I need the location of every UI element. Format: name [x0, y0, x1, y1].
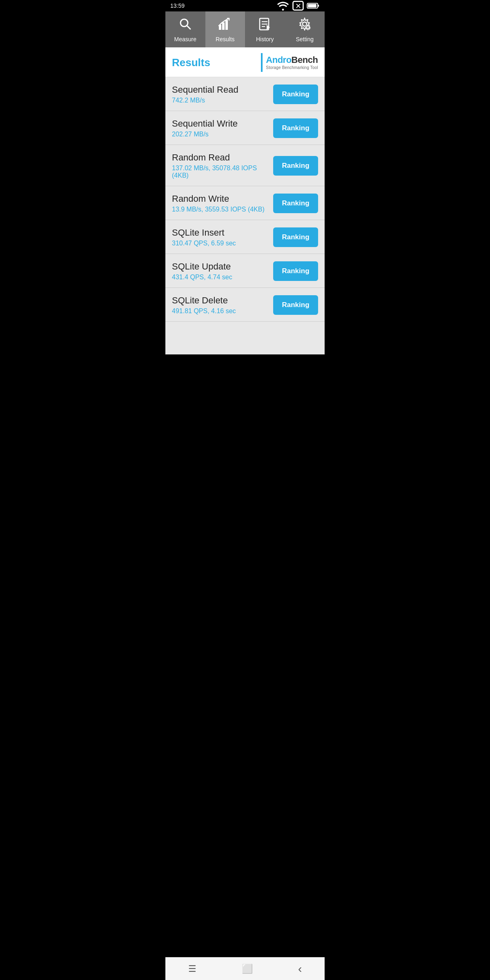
brand-logo: AndroBench Storage Benchmarking Tool — [261, 53, 318, 72]
tab-setting-label: Setting — [296, 36, 314, 42]
result-name: Sequential Read — [172, 85, 273, 95]
measure-icon — [178, 17, 193, 33]
result-name: Random Write — [172, 194, 273, 204]
tab-results-label: Results — [216, 36, 235, 42]
setting-icon — [297, 17, 312, 33]
result-row: SQLite Delete491.81 QPS, 4.16 secRanking — [165, 288, 325, 322]
results-icon — [218, 17, 232, 33]
result-info: SQLite Update431.4 QPS, 4.74 sec — [172, 261, 273, 281]
brand-prefix: Andro — [266, 55, 291, 65]
brand-suffix: Bench — [292, 55, 318, 65]
ranking-button[interactable]: Ranking — [273, 261, 318, 281]
result-info: Sequential Read742.2 MB/s — [172, 85, 273, 104]
svg-text:✕: ✕ — [295, 2, 301, 10]
brand-bar — [261, 53, 263, 72]
result-name: Sequential Write — [172, 118, 273, 129]
brand-name: AndroBench — [266, 55, 318, 65]
result-value: 137.02 MB/s, 35078.48 IOPS (4KB) — [172, 165, 273, 179]
ranking-button[interactable]: Ranking — [273, 85, 318, 104]
tab-history[interactable]: History — [245, 11, 285, 47]
ranking-button[interactable]: Ranking — [273, 118, 318, 138]
brand-subtitle: Storage Benchmarking Tool — [266, 65, 318, 70]
results-content: Sequential Read742.2 MB/sRankingSequenti… — [165, 77, 325, 322]
nav-tabs: Measure Results History — [165, 11, 325, 47]
result-info: SQLite Insert310.47 QPS, 6.59 sec — [172, 227, 273, 247]
history-icon — [258, 17, 272, 33]
tab-setting[interactable]: Setting — [285, 11, 325, 47]
result-name: SQLite Update — [172, 261, 273, 272]
result-row: SQLite Update431.4 QPS, 4.74 secRanking — [165, 254, 325, 288]
result-value: 13.9 MB/s, 3559.53 IOPS (4KB) — [172, 206, 273, 213]
tab-measure-label: Measure — [174, 36, 196, 42]
result-value: 742.2 MB/s — [172, 97, 273, 104]
result-info: Random Write13.9 MB/s, 3559.53 IOPS (4KB… — [172, 194, 273, 213]
svg-rect-3 — [318, 5, 319, 7]
result-value: 431.4 QPS, 4.74 sec — [172, 274, 273, 281]
svg-line-6 — [187, 25, 190, 29]
svg-rect-9 — [225, 20, 228, 30]
ranking-button[interactable]: Ranking — [273, 156, 318, 176]
battery-icon — [307, 0, 320, 12]
result-row: Sequential Read742.2 MB/sRanking — [165, 77, 325, 111]
result-name: SQLite Delete — [172, 295, 273, 306]
page-header: Results AndroBench Storage Benchmarking … — [165, 47, 325, 77]
tab-history-label: History — [256, 36, 274, 42]
ranking-button[interactable]: Ranking — [273, 295, 318, 315]
signal-icon: ✕ — [292, 0, 305, 12]
result-name: SQLite Insert — [172, 227, 273, 238]
svg-rect-4 — [308, 4, 316, 8]
result-info: Sequential Write202.27 MB/s — [172, 118, 273, 138]
ranking-button[interactable]: Ranking — [273, 194, 318, 213]
result-row: SQLite Insert310.47 QPS, 6.59 secRanking — [165, 220, 325, 254]
brand-text: AndroBench Storage Benchmarking Tool — [266, 55, 318, 69]
result-info: Random Read137.02 MB/s, 35078.48 IOPS (4… — [172, 152, 273, 179]
wifi-icon — [276, 0, 290, 12]
status-icons: ✕ — [276, 0, 320, 12]
tab-results[interactable]: Results — [205, 11, 245, 47]
result-value: 310.47 QPS, 6.59 sec — [172, 240, 273, 247]
result-info: SQLite Delete491.81 QPS, 4.16 sec — [172, 295, 273, 315]
tab-measure[interactable]: Measure — [165, 11, 205, 47]
result-row: Random Read137.02 MB/s, 35078.48 IOPS (4… — [165, 145, 325, 186]
result-row: Random Write13.9 MB/s, 3559.53 IOPS (4KB… — [165, 186, 325, 220]
page-title: Results — [172, 56, 210, 69]
status-time: 13:59 — [170, 2, 185, 9]
result-value: 491.81 QPS, 4.16 sec — [172, 307, 273, 315]
status-bar: 13:59 ✕ — [165, 0, 325, 11]
result-value: 202.27 MB/s — [172, 131, 273, 138]
ranking-button[interactable]: Ranking — [273, 227, 318, 247]
result-name: Random Read — [172, 152, 273, 163]
svg-rect-8 — [222, 22, 225, 30]
result-row: Sequential Write202.27 MB/sRanking — [165, 111, 325, 145]
